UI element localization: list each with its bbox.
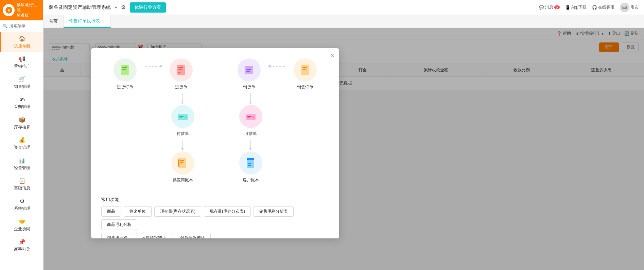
- btn-stock-status[interactable]: 现存量(库存状况表): [154, 206, 201, 217]
- flow-node-sale-bill[interactable]: 销货单: [229, 58, 269, 90]
- sidebar-item-sales[interactable]: 🛒 销售管理: [0, 73, 43, 93]
- purchase-bill-icon: [170, 58, 193, 82]
- enterprise-icon: 🤝: [19, 218, 25, 225]
- svg-rect-8: [178, 69, 182, 70]
- svg-rect-6: [177, 65, 185, 75]
- tab-close-icon[interactable]: ✕: [102, 19, 105, 23]
- receipt-bill-label: 收款单: [245, 131, 257, 137]
- tab-sales-order[interactable]: 销售订单执行表 ✕: [64, 15, 111, 28]
- system-dropdown[interactable]: ▾: [115, 5, 117, 10]
- svg-rect-28: [179, 158, 186, 168]
- sidebar-item-operations[interactable]: 📊 经营管理: [0, 154, 43, 174]
- message-badge: 5: [554, 5, 560, 9]
- flow-row-arrows: ▼ ▼: [105, 93, 326, 102]
- inventory-icon: 📦: [19, 116, 25, 123]
- flow-node-purchase-order[interactable]: 进货订单: [105, 58, 145, 90]
- btn-payment-stats[interactable]: 付款情况统计: [175, 233, 211, 238]
- search-menu[interactable]: 🔍 搜索菜单: [0, 20, 43, 32]
- sidebar-item-purchase[interactable]: 🛍 采购管理: [0, 93, 43, 113]
- purchase-icon: 🛍: [19, 96, 25, 103]
- flow-node-sale-order[interactable]: 销售订单: [285, 58, 326, 90]
- arrow-sale-order-to-bill: ◀: [269, 58, 285, 67]
- receipt-bill-icon: ¥: [239, 105, 262, 128]
- download-icon: 📱: [565, 5, 570, 10]
- main-area: 装备及固定资产辅助管理系统 ▾ ⚙ 体验行业方案 💬 消息 5 📱 App下载: [43, 0, 644, 270]
- svg-rect-7: [178, 67, 183, 68]
- svg-rect-16: [301, 65, 309, 75]
- svg-rect-9: [178, 71, 182, 71]
- svg-rect-5: [122, 71, 126, 71]
- sidebar-item-quick-nav[interactable]: 🏠 快捷导航: [0, 32, 43, 52]
- btn-sales-margin[interactable]: 销售毛利分析表: [254, 206, 294, 217]
- svg-rect-35: [248, 162, 252, 162]
- user-profile[interactable]: Ea 用友: [620, 3, 639, 12]
- svg-rect-3: [122, 67, 127, 68]
- online-service-button[interactable]: 🎧 在线客服: [592, 4, 614, 10]
- sidebar-item-inventory[interactable]: 📦 库存核算: [0, 113, 43, 133]
- topbar-right: 💬 消息 5 📱 App下载 🎧 在线客服 Ea 用友: [539, 3, 639, 12]
- sidebar-item-finance[interactable]: 💰 资金管理: [0, 133, 43, 154]
- tab-home[interactable]: 首页: [43, 15, 64, 28]
- app-download-button[interactable]: 📱 App下载: [565, 4, 587, 10]
- tabbar: 首页 销售订单执行表 ✕: [43, 15, 644, 28]
- svg-rect-25: [247, 116, 251, 117]
- flow-modal: ✕ 进货订单: [91, 48, 339, 238]
- sidebar-item-enterprise[interactable]: 🤝 企业协同: [0, 215, 43, 235]
- flow-node-payment-bill[interactable]: ¥ 付款单: [162, 105, 203, 137]
- svg-rect-36: [248, 163, 251, 164]
- sales-icon: 🛒: [19, 76, 25, 83]
- btn-counterparts[interactable]: 往来单位: [124, 206, 152, 217]
- svg-rect-12: [246, 68, 249, 68]
- btn-goods-margin[interactable]: 商品毛利分析: [101, 219, 137, 230]
- modal-close-button[interactable]: ✕: [330, 52, 334, 59]
- guide-icon: 📌: [19, 239, 25, 245]
- svg-rect-13: [250, 68, 252, 68]
- sidebar-nav: 🏠 快捷导航 📢 营销推广 🛒 销售管理 🛍 采购管理 📦 库存核算 💰: [0, 32, 43, 270]
- topbar-left: 装备及固定资产辅助管理系统 ▾ ⚙ 体验行业方案: [49, 2, 166, 13]
- flow-row-1: 进货订单 ▶: [105, 58, 326, 90]
- flow-node-customer-ledger[interactable]: 客户账本: [230, 151, 271, 183]
- sidebar-item-marketing[interactable]: 📢 营销推广: [0, 52, 43, 73]
- btn-sales-rank[interactable]: 销售排行榜: [101, 233, 133, 238]
- sidebar-item-basic-info[interactable]: 📋 基础信息: [0, 174, 43, 195]
- btn-receipt-stats[interactable]: 收款情况统计: [136, 233, 172, 238]
- system-title: 装备及固定资产辅助管理系统: [49, 4, 111, 11]
- svg-text:¥: ¥: [185, 115, 187, 119]
- purchase-order-icon: [114, 58, 137, 82]
- content-area: ❓ 帮助 🖨 按模板打印 ▾ ⬆ 导出 🔄 刷新: [43, 28, 644, 270]
- svg-rect-18: [302, 69, 306, 70]
- flow-section: 进货订单 ▶: [91, 48, 339, 193]
- settings-icon[interactable]: ⚙: [121, 4, 126, 11]
- sidebar-logo: 6 畅康通好生意 标准版: [0, 0, 43, 20]
- payment-bill-label: 付款单: [177, 131, 189, 137]
- btn-stock-dist[interactable]: 现存量(库存分布表): [204, 206, 251, 217]
- svg-text:6: 6: [8, 8, 10, 12]
- supplier-ledger-label: 供应商账本: [173, 177, 193, 183]
- logo-text: 畅康通好生意 标准版: [17, 2, 40, 18]
- btn-goods[interactable]: 商品: [101, 206, 121, 217]
- sale-bill-icon: [238, 58, 261, 82]
- avatar: Ea: [620, 3, 629, 12]
- flow-node-supplier-ledger[interactable]: 供应商账本: [162, 151, 203, 183]
- svg-rect-29: [178, 159, 179, 167]
- svg-rect-21: [179, 116, 184, 117]
- svg-rect-34: [247, 158, 254, 160]
- modal-overlay[interactable]: ✕ 进货订单: [43, 28, 644, 270]
- svg-rect-2: [121, 65, 129, 75]
- svg-rect-15: [246, 71, 250, 72]
- topbar: 装备及固定资产辅助管理系统 ▾ ⚙ 体验行业方案 💬 消息 5 📱 App下载: [43, 0, 644, 15]
- sidebar-item-guide[interactable]: 📌 新手引导: [0, 235, 43, 256]
- flow-node-purchase-bill[interactable]: 进货单: [161, 58, 202, 90]
- try-plan-button[interactable]: 体验行业方案: [130, 2, 166, 13]
- common-functions-row2: 销售排行榜 收款情况统计 付款情况统计: [101, 233, 329, 238]
- payment-bill-icon: ¥: [171, 105, 194, 128]
- svg-rect-14: [246, 69, 251, 70]
- common-functions-section: 常用功能 商品 往来单位 现存量(库存状况表) 现存量(库存分布表) 销售毛利分…: [91, 193, 339, 238]
- flow-node-receipt-bill[interactable]: ¥ 收款单: [230, 105, 271, 137]
- message-button[interactable]: 💬 消息 5: [539, 4, 560, 10]
- operations-icon: 📊: [19, 157, 25, 164]
- service-icon: 🎧: [592, 5, 597, 10]
- sidebar-item-system[interactable]: ⚙ 系统管理: [0, 195, 43, 215]
- arrow-purchase-order-to-bill: ▶: [145, 58, 161, 67]
- svg-rect-31: [180, 162, 184, 163]
